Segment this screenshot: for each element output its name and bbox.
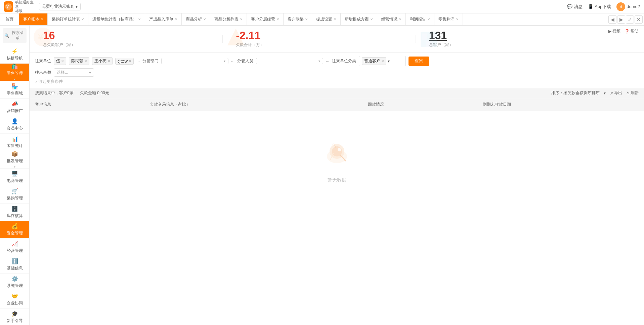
tag-close-icon[interactable]: ✕ [129, 59, 131, 63]
tab-close-icon[interactable]: ✕ [370, 17, 373, 21]
sort-chevron-icon[interactable]: ▾ [604, 91, 606, 96]
system-selector[interactable]: 母婴行业演示账套 ▾ [39, 3, 81, 10]
tab-maximize[interactable]: ⤢ [626, 15, 634, 24]
avatar: d [616, 2, 625, 11]
sidebar-item-retail-stats[interactable]: 📊 零售统计 [0, 134, 29, 151]
person-extra-btn[interactable]: ··· [326, 59, 329, 64]
remaining-filter-label: 往来余额 [35, 70, 51, 75]
sidebar-item-purchase[interactable]: 🛒 采购管理 [0, 186, 29, 204]
marketing-icon: 📣 [11, 101, 18, 107]
tab-close-icon[interactable]: ✕ [203, 17, 206, 21]
retail-stats-icon: 📊 [11, 136, 18, 142]
category-tag-normal[interactable]: 普通客户 ✕ [362, 57, 386, 65]
filter-tag-chen[interactable]: 陈民强 ✕ [69, 57, 89, 65]
sidebar-item-finance[interactable]: 💰 资金管理 [0, 221, 29, 239]
filter-tag-cjttcw[interactable]: cjttcw ✕ [115, 58, 134, 65]
sort-label: 排序：按欠款金额倒序排序 [551, 90, 600, 96]
tab-close-icon[interactable]: ✕ [334, 17, 336, 21]
sidebar-item-quick-nav[interactable]: ⚡ 快捷导航 [0, 46, 29, 64]
svg-rect-8 [431, 33, 436, 40]
tab-home[interactable]: 首页 [0, 13, 19, 25]
tab-close-icon[interactable]: ✕ [276, 17, 279, 21]
tab-product-analysis[interactable]: 商品分析 ✕ [182, 13, 210, 25]
tab-close-icon[interactable]: ✕ [41, 17, 43, 21]
filter-tag-wu[interactable]: 伍 ✕ [54, 57, 66, 65]
category-select[interactable]: 普通客户 ✕ ▾ [359, 56, 406, 66]
export-btn[interactable]: ↗ 导出 [610, 90, 622, 96]
sidebar-item-basic-info[interactable]: ℹ️ 基础信息 [0, 256, 29, 274]
messages-btn[interactable]: 💬 消息 [567, 4, 583, 10]
sidebar-item-wholesale[interactable]: 📦 批发管理 ▾ [0, 151, 29, 169]
chevron-down-icon: ▾ [89, 70, 91, 75]
sidebar-item-retail-mall[interactable]: 🏪 零售商城 [0, 81, 29, 99]
sidebar-item-system[interactable]: ⚙️ 系统管理 [0, 274, 29, 291]
svg-text:¥: ¥ [38, 32, 43, 42]
tab-operations[interactable]: 经营情况 ✕ [377, 13, 406, 25]
tab-close-icon[interactable]: ✕ [456, 17, 459, 21]
filter-more-tags[interactable]: ··· [136, 59, 140, 64]
tab-product-inbound[interactable]: 产成品入库单 ✕ [145, 13, 182, 25]
tab-purchase-order[interactable]: 采购订单统计表 ✕ [48, 13, 88, 25]
empty-text: 暂无数据 [328, 177, 346, 183]
dept-select[interactable]: ▾ [161, 58, 228, 64]
tab-profit-report[interactable]: 利润报告 ✕ [406, 13, 434, 25]
tab-close-icon[interactable]: ✕ [138, 17, 141, 21]
svg-rect-9 [426, 41, 432, 47]
sidebar-item-newbie[interactable]: 🎓 新手引导 [0, 309, 29, 325]
nav-tabs: 首页 客户账本 ✕ 采购订单统计表 ✕ 进货单统计表（按商品） ✕ 产成品入库单… [0, 13, 644, 26]
tag-close-icon[interactable]: ✕ [84, 59, 87, 63]
sidebar-item-operations[interactable]: 📈 经营管理 [0, 239, 29, 256]
tag-close-icon[interactable]: ✕ [108, 59, 110, 63]
sidebar-item-enterprise[interactable]: 🤝 企业协同 [0, 291, 29, 309]
svg-point-13 [338, 148, 341, 151]
sidebar-item-member[interactable]: 👤 会员中心 [0, 116, 29, 134]
tab-close-all[interactable]: ✕ [635, 15, 643, 24]
chevron-down-icon: ▾ [224, 59, 225, 63]
tab-close-icon[interactable]: ✕ [175, 17, 177, 21]
tab-close-icon[interactable]: ✕ [399, 17, 401, 21]
col-debt-info: 欠款交易信息（占比） [144, 98, 363, 111]
tab-customer-contact[interactable]: 客户联络 ✕ [284, 13, 312, 25]
app-download-btn[interactable]: 📱 App下载 [588, 4, 611, 10]
stat-total-arrears: ✦ -2.11 欠款合计（万） [222, 30, 415, 48]
tab-purchase-stats[interactable]: 进货单统计表（按商品） ✕ [88, 13, 145, 25]
tab-customer-tier[interactable]: 客户分层经营 ✕ [247, 13, 284, 25]
video-help-btn[interactable]: ▶ 视频 [608, 28, 620, 34]
tab-customer-ledger[interactable]: 客户账本 ✕ [19, 13, 48, 25]
export-icon: ↗ [610, 91, 613, 96]
person-select[interactable]: ▾ [256, 58, 323, 64]
tab-product-analysis-list[interactable]: 商品分析列表 ✕ [210, 13, 247, 25]
tab-close-icon[interactable]: ✕ [81, 17, 84, 21]
finance-icon: 💰 [11, 223, 18, 229]
tab-retail-profit[interactable]: 零售利润 ✕ [434, 13, 463, 25]
stat-total-debtors: ¥ 16 总欠款客户（家） [30, 30, 222, 48]
help-btn[interactable]: ❓ 帮助 [625, 28, 639, 34]
remaining-select[interactable]: 选择... ▾ [54, 68, 94, 77]
collapse-filter-btn[interactable]: ∧ 收起更多条件 [35, 79, 639, 84]
tab-controls: ◀ ▶ ⤢ ✕ [608, 15, 644, 24]
dept-extra-btn[interactable]: ··· [231, 59, 234, 64]
tab-new-commission[interactable]: 新增提成方案 ✕ [341, 13, 377, 25]
refresh-btn[interactable]: ↻ 刷新 [626, 90, 639, 96]
tab-commission-setting[interactable]: 提成设置 ✕ [312, 13, 341, 25]
sidebar-search-area: 🔍 搜索菜单 [0, 26, 29, 46]
sidebar-item-retail-mgmt[interactable]: 🛍️ 零售管理 ▾ [0, 64, 29, 81]
top-bar: ¥ 畅捷通好生意 标版 母婴行业演示账套 ▾ 💬 消息 📱 App下载 d de… [0, 0, 644, 13]
filter-tag-wang[interactable]: 王小亮 ✕ [92, 57, 113, 65]
main-table: 客户信息 欠款交易信息（占比） 回款情况 到期未收款日期 [30, 98, 644, 111]
tab-scroll-left[interactable]: ◀ [608, 15, 616, 24]
tag-close-icon[interactable]: ✕ [381, 59, 384, 63]
sidebar-item-ecommerce[interactable]: 🖥️ 电商管理 [0, 169, 29, 186]
tab-close-icon[interactable]: ✕ [240, 17, 243, 21]
tab-scroll-right[interactable]: ▶ [617, 15, 625, 24]
user-profile[interactable]: d demo2 [616, 2, 640, 11]
tab-close-icon[interactable]: ✕ [427, 17, 430, 21]
stats-bar: ¥ 16 总欠款客户（家） ✦ -2.11 欠款合计（万） 131 总客户（家） [30, 26, 644, 52]
sidebar-item-marketing[interactable]: 📣 营销推广 [0, 99, 29, 116]
search-menu-btn[interactable]: 🔍 搜索菜单 [3, 28, 27, 43]
query-button[interactable]: 查询 [409, 57, 429, 66]
tag-close-icon[interactable]: ✕ [61, 59, 64, 63]
retail-mall-icon: 🏪 [11, 83, 18, 89]
sidebar-item-inventory[interactable]: 🗄️ 库存核算 [0, 204, 29, 221]
tab-close-icon[interactable]: ✕ [305, 17, 308, 21]
